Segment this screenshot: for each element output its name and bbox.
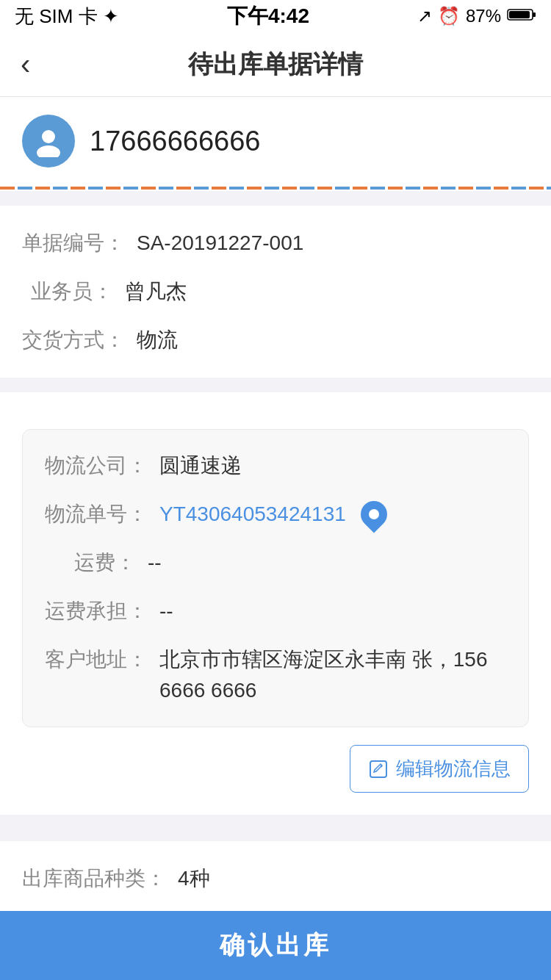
confirm-button-label: 确认出库 (220, 929, 331, 962)
delivery-method-row: 交货方式： 物流 (22, 325, 529, 356)
edit-icon (368, 759, 389, 779)
logistics-company-value: 圆通速递 (159, 450, 506, 481)
freight-label: 运费： (45, 547, 148, 578)
document-number-value: SA-20191227-001 (137, 228, 529, 259)
sales-person-label: 业务员： (22, 276, 125, 307)
svg-rect-2 (509, 11, 530, 18)
freight-bearer-row: 运费承担： -- (45, 596, 506, 627)
address-label: 客户地址： (45, 644, 159, 675)
tracking-number-value: YT43064053424131 (159, 499, 506, 530)
section-separator (0, 815, 551, 826)
battery-level: 87% (466, 6, 501, 26)
logistics-company-row: 物流公司： 圆通速递 (45, 450, 506, 481)
svg-rect-1 (533, 12, 536, 17)
page-title: 待出库单据详情 (188, 48, 363, 82)
confirm-button[interactable]: 确认出库 (0, 911, 551, 980)
delivery-method-value: 物流 (137, 325, 529, 356)
product-types-label: 出库商品种类： (22, 863, 178, 894)
svg-point-3 (42, 130, 55, 143)
phone-section: 17666666666 (0, 97, 551, 185)
freight-bearer-label: 运费承担： (45, 596, 159, 627)
order-info-section: 单据编号： SA-20191227-001 业务员： 曾凡杰 交货方式： 物流 (0, 206, 551, 378)
phone-number: 17666666666 (90, 126, 260, 157)
edit-logistics-label: 编辑物流信息 (396, 756, 511, 782)
document-number-label: 单据编号： (22, 228, 137, 259)
svg-point-4 (37, 145, 60, 157)
freight-row: 运费： -- (45, 547, 506, 578)
sales-person-value: 曾凡杰 (125, 276, 529, 307)
product-types-row: 出库商品种类： 4种 (22, 863, 529, 894)
location-icon: ↗ (417, 6, 432, 26)
address-value: 北京市市辖区海淀区永丰南 张，156 6666 6666 (159, 644, 506, 706)
status-bar: 无 SIM 卡 ✦ 下午4:42 ↗ ⏰ 87% (0, 0, 551, 32)
address-row: 客户地址： 北京市市辖区海淀区永丰南 张，156 6666 6666 (45, 644, 506, 706)
dashed-divider (0, 185, 551, 191)
location-pin-icon[interactable] (355, 496, 392, 533)
edit-logistics-button[interactable]: 编辑物流信息 (350, 745, 529, 793)
document-number-row: 单据编号： SA-20191227-001 (22, 228, 529, 259)
freight-value: -- (148, 547, 506, 578)
edit-logistics-row: 编辑物流信息 (22, 745, 529, 793)
status-time: 下午4:42 (227, 2, 309, 30)
alarm-icon: ⏰ (438, 6, 460, 26)
sim-status: 无 SIM 卡 ✦ (15, 4, 119, 29)
delivery-method-label: 交货方式： (22, 325, 137, 356)
back-button[interactable]: ‹ (21, 48, 30, 81)
logistics-card: 物流公司： 圆通速递 物流单号： YT43064053424131 运费： --… (22, 429, 529, 727)
status-left: 无 SIM 卡 ✦ (15, 4, 119, 29)
tracking-number-row: 物流单号： YT43064053424131 (45, 499, 506, 530)
product-types-value: 4种 (178, 863, 529, 894)
logistics-company-label: 物流公司： (45, 450, 159, 481)
tracking-number-label: 物流单号： (45, 499, 159, 530)
battery-icon (507, 6, 536, 26)
avatar (22, 115, 75, 167)
status-right: ↗ ⏰ 87% (417, 6, 536, 26)
nav-bar: ‹ 待出库单据详情 (0, 32, 551, 97)
sales-person-row: 业务员： 曾凡杰 (22, 276, 529, 307)
freight-bearer-value: -- (159, 596, 506, 627)
logistics-section: 物流公司： 圆通速递 物流单号： YT43064053424131 运费： --… (0, 392, 551, 815)
